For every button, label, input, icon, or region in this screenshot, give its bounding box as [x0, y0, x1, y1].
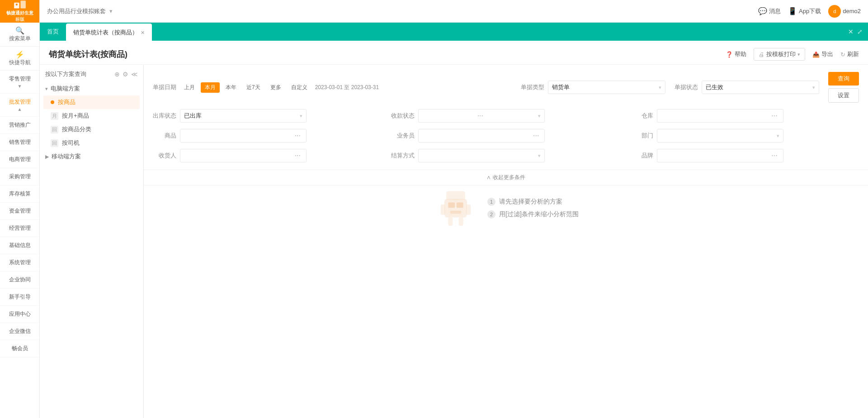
date-tag-custom[interactable]: 自定义 [287, 82, 311, 93]
filter-cell-dept: 部门 ▾ [630, 129, 859, 142]
date-label: 单据日期 [153, 83, 180, 91]
scheme-item-by-goods[interactable]: 按商品 [43, 95, 140, 109]
sidebar-item-sales[interactable]: 销售管理 [0, 134, 39, 151]
workspace-dropdown-icon[interactable]: ▾ [109, 8, 113, 14]
salesperson-dots-icon: ··· [531, 132, 541, 140]
date-tag-lastmonth[interactable]: 上月 [180, 82, 199, 93]
tabbar: 首页 销货单统计表（按商品） ✕ ✕ ⤢ [40, 23, 868, 41]
user-avatar: d [828, 5, 841, 18]
user-profile[interactable]: d demo2 [828, 5, 861, 18]
doc-type-input[interactable]: 销货单 ▾ [548, 81, 665, 94]
sidebar-item-label-inventory: 库存核算 [9, 190, 31, 198]
sidebar-item-basic[interactable]: 基础信息 [0, 237, 39, 254]
sidebar-item-retail[interactable]: 零售管理▼ [0, 71, 39, 94]
date-tags: 上月 本月 本年 近7天 更多 自定义 [180, 82, 311, 93]
filter-panel: 单据日期 上月 本月 本年 近7天 更多 自定义 [144, 65, 868, 418]
svg-rect-8 [466, 204, 471, 215]
tab-home[interactable]: 首页 [40, 23, 66, 41]
svg-rect-1 [20, 0, 25, 8]
topbar: 办公用品行业模拟账套 ▾ 💬 消息 📱 App下载 d demo2 [40, 0, 868, 23]
sidebar-item-marketing[interactable]: 营销推广 [0, 117, 39, 134]
receiver-input[interactable]: ··· [180, 149, 307, 162]
scheme-item-by-goods-category[interactable]: 回 按商品分类 [43, 123, 140, 136]
sidebar-item-enterprise[interactable]: 企业协同 [0, 271, 39, 289]
dept-label: 部门 [630, 132, 657, 140]
date-tag-thisyear[interactable]: 本年 [222, 82, 241, 93]
filter-cell-payment: 收款状态 ··· ▾ [391, 109, 620, 123]
scheme-group-pc: ▾ 电脑端方案 按商品 月 按月+商品 回 按 [40, 82, 143, 150]
filter-cell-warehouse: 仓库 ··· [630, 109, 859, 123]
tab-close-window-btn[interactable]: ✕ [848, 28, 854, 35]
refresh-btn[interactable]: ↻ 刷新 [840, 50, 859, 58]
app-subtitle: 标版 [15, 16, 24, 23]
svg-rect-6 [450, 211, 462, 214]
content-area: 销货单统计表(按商品) ❓ 帮助 🖨 按模板打印 ▾ 📤 导出 [40, 41, 868, 418]
salesperson-input[interactable]: ··· [418, 129, 545, 142]
scheme-group-pc-header[interactable]: ▾ 电脑端方案 [43, 82, 140, 95]
scheme-add-icon[interactable]: ⊕ [114, 71, 120, 78]
app-name: 畅捷通好生意 [6, 10, 33, 16]
filter-cell-doc-status: 单据状态 已生效 ▾ [675, 81, 819, 94]
hint-num-1: 1 [487, 198, 495, 206]
dept-input[interactable]: ▾ [657, 129, 783, 142]
goods-dots-icon: ··· [293, 132, 302, 140]
sidebar-item-newbie[interactable]: 新手引导 [0, 289, 39, 306]
payment-input[interactable]: ··· ▾ [418, 109, 545, 123]
sidebar-item-finance[interactable]: 资金管理 [0, 203, 39, 220]
template-print-btn[interactable]: 🖨 按模板打印 ▾ [754, 48, 805, 61]
scheme-item-by-printer[interactable]: 回 按司机 [43, 136, 140, 150]
refresh-icon: ↻ [840, 51, 845, 58]
main-area: 办公用品行业模拟账套 ▾ 💬 消息 📱 App下载 d demo2 首页 [40, 0, 868, 418]
scheme-item-by-month-goods[interactable]: 月 按月+商品 [43, 109, 140, 123]
query-btn[interactable]: 查询 [828, 72, 859, 86]
sidebar-item-business[interactable]: 经营管理 [0, 220, 39, 237]
search-menu[interactable]: 🔍 搜索菜单 [0, 23, 39, 47]
filter-row-2: 出库状态 已出库 ▾ 收款状态 ··· [153, 109, 859, 123]
brand-input[interactable]: ··· [657, 149, 783, 162]
collapse-bar[interactable]: ∧ 收起更多条件 [144, 170, 868, 185]
doc-status-input[interactable]: 已生效 ▾ [702, 81, 819, 94]
payment-label: 收款状态 [391, 112, 418, 120]
outbound-input[interactable]: 已出库 ▾ [180, 109, 307, 123]
tabbar-actions: ✕ ⤢ [848, 28, 868, 35]
message-btn[interactable]: 💬 消息 [758, 7, 781, 15]
goods-input[interactable]: ··· [180, 129, 307, 142]
sidebar-item-label-newbie: 新手引导 [9, 293, 31, 301]
date-tag-thismonth[interactable]: 本月 [201, 82, 220, 93]
quick-nav-label: 快捷导航 [3, 59, 37, 66]
scheme-collapse-icon[interactable]: ≪ [131, 71, 138, 78]
date-tag-7days[interactable]: 近7天 [242, 82, 264, 93]
tab-close-icon[interactable]: ✕ [141, 30, 145, 36]
sidebar-item-wholesale[interactable]: 批发管理▲ [0, 94, 39, 117]
sidebar-item-system[interactable]: 系统管理 [0, 254, 39, 271]
collapse-label: ∧ 收起更多条件 [486, 174, 525, 180]
brand-label: 品牌 [630, 152, 657, 160]
scheme-settings-icon[interactable]: ⚙ [123, 71, 128, 78]
svg-rect-7 [441, 204, 445, 215]
sidebar-item-apps[interactable]: 应用中心 [0, 306, 39, 323]
settlement-input[interactable]: ▾ [418, 149, 545, 162]
template-print-arrow: ▾ [797, 52, 800, 57]
tab-sales-stats-label: 销货单统计表（按商品） [73, 28, 138, 37]
sidebar-item-ecommerce[interactable]: 电商管理 [0, 151, 39, 168]
export-btn[interactable]: 📤 导出 [812, 50, 833, 58]
sidebar-item-member[interactable]: 畅会员 [0, 340, 39, 357]
date-filter: 上月 本月 本年 近7天 更多 自定义 2023-03-01 至 2023-03… [180, 82, 512, 93]
help-btn[interactable]: ❓ 帮助 [726, 50, 746, 58]
warehouse-input[interactable]: ··· [657, 109, 783, 123]
app-download-btn[interactable]: 📱 App下载 [788, 7, 821, 15]
quick-nav[interactable]: ⚡ 快捷导航 [0, 47, 39, 71]
settings-btn[interactable]: 设置 [828, 88, 859, 103]
scheme-group-mobile-header[interactable]: ▶ 移动端方案 [43, 150, 140, 163]
sidebar-item-label-apps: 应用中心 [9, 310, 31, 318]
sidebar-item-wechat[interactable]: 企业微信 [0, 323, 39, 340]
app-download-label: App下载 [799, 7, 821, 15]
payment-arrow-icon: ▾ [538, 113, 541, 119]
tab-sales-stats[interactable]: 销货单统计表（按商品） ✕ [66, 24, 152, 42]
message-label: 消息 [769, 7, 781, 15]
date-tag-more[interactable]: 更多 [266, 82, 285, 93]
sidebar-item-inventory[interactable]: 库存核算 [0, 185, 39, 203]
brand-dots-icon: ··· [769, 152, 779, 160]
sidebar-item-purchase[interactable]: 采购管理 [0, 168, 39, 185]
tab-maximize-btn[interactable]: ⤢ [857, 28, 863, 35]
